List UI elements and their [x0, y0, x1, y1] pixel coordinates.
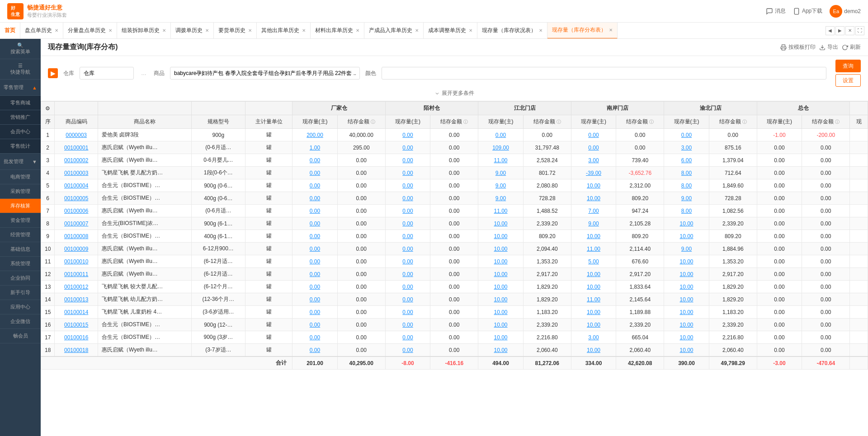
code-link[interactable]: 00100011 — [64, 271, 88, 277]
info-icon[interactable]: ⓘ — [835, 119, 840, 124]
qty-link[interactable]: 0.00 — [310, 258, 320, 265]
qty-link[interactable]: 3.00 — [588, 157, 599, 164]
code-link[interactable]: 0000003 — [66, 132, 87, 138]
refresh-btn[interactable]: 刷新 — [842, 43, 861, 51]
qty-link[interactable]: 10.00 — [494, 309, 508, 315]
info-icon[interactable]: ⓘ — [371, 119, 375, 124]
qty-link[interactable]: 1.00 — [310, 145, 320, 151]
filter-toggle-btn[interactable]: ▶ — [48, 68, 58, 78]
qty-link[interactable]: 10.00 — [680, 284, 693, 290]
qty-link[interactable]: 0.00 — [495, 132, 506, 138]
code-link[interactable]: 00100016 — [64, 334, 88, 341]
qty-link[interactable]: 11.00 — [494, 208, 508, 214]
qty-link[interactable]: 0.00 — [402, 220, 413, 227]
qty-link[interactable]: 10.00 — [680, 309, 693, 315]
color-input[interactable] — [382, 67, 826, 80]
qty-link[interactable]: 10.00 — [680, 271, 693, 277]
qty-link[interactable]: 0.00 — [310, 233, 320, 239]
sidebar-item-enterprise-wx[interactable]: 企业微信 — [0, 314, 41, 329]
qty-link[interactable]: 0.00 — [310, 309, 320, 315]
sidebar-item-member2[interactable]: 畅会员 — [0, 329, 41, 343]
qty-link[interactable]: 6.00 — [681, 157, 692, 164]
tab-home[interactable]: 首页 — [0, 23, 20, 39]
code-link[interactable]: 00100007 — [64, 220, 88, 227]
qty-link[interactable]: 0.00 — [310, 170, 320, 176]
code-link[interactable]: 00100018 — [64, 347, 88, 353]
close-icon[interactable]: ✕ — [162, 28, 166, 33]
qty-link[interactable]: 10.00 — [680, 347, 693, 353]
close-icon[interactable]: ✕ — [108, 28, 112, 33]
tab-stock-status[interactable]: 现存量（库存状况表）✕ — [477, 23, 547, 39]
code-link[interactable]: 00100001 — [64, 145, 88, 151]
qty-link[interactable]: 10.00 — [680, 296, 693, 303]
qty-link[interactable]: 0.00 — [402, 170, 413, 176]
qty-link[interactable]: 0.00 — [402, 132, 413, 138]
qty-link[interactable]: 11.00 — [494, 157, 508, 164]
qty-link[interactable]: 9.00 — [681, 195, 692, 202]
sidebar-item-member[interactable]: 会员中心 — [0, 125, 41, 139]
qty-link[interactable]: 10.00 — [680, 334, 693, 341]
qty-link[interactable]: 9.00 — [681, 246, 692, 252]
search-btn[interactable]: 查询 — [835, 60, 861, 72]
nav-close-btn[interactable]: ✕ — [845, 26, 854, 35]
qty-link[interactable]: 11.00 — [587, 296, 600, 303]
qty-link[interactable]: 10.00 — [587, 284, 600, 290]
qty-link[interactable]: 0.00 — [402, 309, 413, 315]
qty-link[interactable]: 11.00 — [587, 246, 600, 252]
tab-cost-adjust[interactable]: 成本调整单历史 ✕ — [424, 23, 477, 39]
qty-link[interactable]: 10.00 — [587, 195, 600, 202]
sidebar-item-guide[interactable]: 新手引导 — [0, 286, 41, 300]
code-link[interactable]: 00100012 — [64, 284, 88, 290]
export-btn[interactable]: 导出 — [819, 43, 838, 51]
qty-link[interactable]: 10.00 — [587, 347, 600, 353]
close-icon[interactable]: ✕ — [248, 28, 252, 33]
qty-link[interactable]: 0.00 — [402, 208, 413, 214]
qty-link[interactable]: 0.00 — [402, 334, 413, 341]
qty-link[interactable]: 7.00 — [588, 208, 599, 214]
tab-transfer[interactable]: 调拨单历史 ✕ — [171, 23, 214, 39]
close-icon[interactable]: ✕ — [302, 28, 306, 33]
qty-link[interactable]: 10.00 — [494, 271, 508, 277]
qty-link[interactable]: 200.00 — [307, 132, 323, 138]
qty-link[interactable]: 0.00 — [402, 258, 413, 265]
nav-prev-btn[interactable]: ◀ — [826, 26, 835, 35]
user-menu[interactable]: Ea demo2 — [830, 5, 861, 18]
qty-link[interactable]: 0.00 — [681, 132, 692, 138]
sidebar-item-search[interactable]: 🔍 搜索英单 — [0, 39, 41, 59]
qty-link[interactable]: 0.00 — [310, 347, 320, 353]
qty-link[interactable]: 0.00 — [310, 296, 320, 303]
sidebar-item-enterprise[interactable]: 企业协同 — [0, 271, 41, 286]
sidebar-item-wholesale[interactable]: 批发管理 ▼ — [0, 154, 41, 170]
qty-link[interactable]: 10.00 — [494, 334, 508, 341]
expand-conditions-btn[interactable]: 展开更多条件 — [434, 89, 474, 97]
tab-other-out[interactable]: 其他出库单历史 ✕ — [257, 23, 311, 39]
info-icon[interactable]: ⓘ — [557, 119, 561, 124]
qty-link[interactable]: 9.00 — [495, 170, 506, 176]
message-btn[interactable]: 消息 — [766, 7, 786, 15]
qty-link[interactable]: 0.00 — [310, 208, 320, 214]
code-link[interactable]: 00100008 — [64, 233, 88, 239]
qty-link[interactable]: 0.00 — [402, 246, 413, 252]
sidebar-item-nav[interactable]: ☰ 快捷导航 — [0, 59, 41, 80]
qty-link[interactable]: 10.00 — [587, 183, 600, 189]
tab-stock-dist[interactable]: 现存量（库存分布表）✕ — [547, 23, 618, 39]
qty-link[interactable]: 0.00 — [588, 145, 599, 151]
code-link[interactable]: 00100003 — [64, 170, 88, 176]
qty-link[interactable]: 10.00 — [680, 233, 693, 239]
qty-link[interactable]: 9.00 — [588, 220, 599, 227]
close-icon[interactable]: ✕ — [469, 28, 472, 33]
code-link[interactable]: 00100014 — [64, 309, 88, 315]
sidebar-item-operations[interactable]: 经营管理 — [0, 228, 41, 242]
nav-next-btn[interactable]: ▶ — [835, 26, 844, 35]
qty-link[interactable]: 10.00 — [680, 322, 693, 328]
qty-link[interactable]: 10.00 — [680, 258, 693, 265]
sidebar-item-marketing[interactable]: 营销推广 — [0, 110, 41, 125]
print-btn[interactable]: 按模板打印 — [780, 43, 816, 51]
qty-link[interactable]: 10.00 — [587, 309, 600, 315]
tab-assembly[interactable]: 组装拆卸单历史 ✕ — [117, 23, 171, 39]
code-link[interactable]: 00100013 — [64, 296, 88, 303]
info-icon[interactable]: ⓘ — [742, 119, 747, 124]
qty-link[interactable]: 0.00 — [310, 334, 320, 341]
qty-link[interactable]: 0.00 — [402, 271, 413, 277]
qty-link[interactable]: 0.00 — [402, 347, 413, 353]
